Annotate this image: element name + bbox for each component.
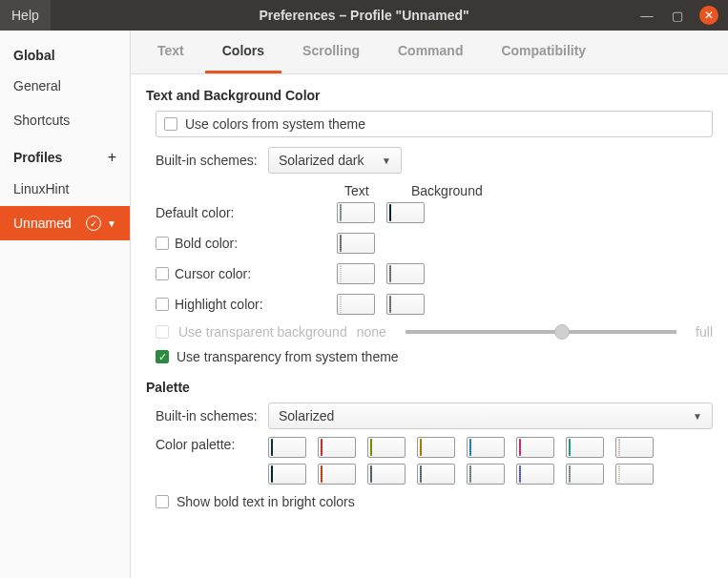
palette-swatch[interactable] (566, 437, 604, 458)
main-pane: Text Colors Scrolling Command Compatibil… (131, 31, 728, 578)
transparent-bg-label: Use transparent background (178, 324, 347, 340)
minimize-button[interactable]: — (638, 7, 655, 24)
profiles-label: Profiles (13, 150, 62, 165)
chevron-down-icon: ▼ (382, 155, 391, 166)
tab-text[interactable]: Text (140, 31, 201, 73)
tab-compatibility[interactable]: Compatibility (484, 31, 603, 73)
highlight-color-label: Highlight color: (175, 297, 263, 312)
use-trans-system-label: Use transparency from system theme (177, 349, 399, 364)
highlight-bg-swatch[interactable] (386, 294, 425, 315)
palette-swatch[interactable] (268, 464, 306, 485)
add-profile-icon[interactable]: + (108, 149, 116, 166)
default-color-label: Default color: (146, 205, 337, 220)
slider-none-label: none (357, 324, 386, 340)
sidebar-item-unnamed[interactable]: Unnamed ✓ ▼ (0, 206, 130, 240)
palette-swatch[interactable] (417, 464, 455, 485)
cursor-color-checkbox[interactable] (156, 267, 169, 280)
palette-swatch[interactable] (367, 464, 406, 485)
palette-row-2 (268, 464, 659, 485)
help-menu[interactable]: Help (0, 0, 51, 31)
sidebar-global-header: Global (0, 36, 130, 69)
palette-builtin-value: Solarized (279, 408, 334, 423)
highlight-text-swatch[interactable] (337, 294, 375, 315)
bold-swatch[interactable] (337, 233, 375, 254)
tabs: Text Colors Scrolling Command Compatibil… (131, 31, 728, 74)
use-system-colors-label: Use colors from system theme (185, 116, 365, 132)
tab-scrolling[interactable]: Scrolling (285, 31, 377, 73)
palette-row-1 (268, 437, 659, 458)
tab-colors[interactable]: Colors (205, 31, 281, 73)
palette-swatch[interactable] (615, 437, 654, 458)
column-background: Background (411, 183, 459, 198)
show-bold-bright-checkbox[interactable] (156, 495, 169, 508)
palette-builtin-label: Built-in schemes: (146, 408, 259, 423)
palette-swatch[interactable] (318, 437, 356, 458)
slider-full-label: full (696, 324, 713, 340)
sidebar-item-general[interactable]: General (0, 69, 130, 103)
palette-swatch[interactable] (268, 437, 306, 458)
sidebar-item-linuxhint[interactable]: LinuxHint (0, 172, 130, 206)
window-title: Preferences – Profile "Unnamed" (259, 8, 468, 23)
column-text: Text (344, 183, 392, 198)
section-text-bg: Text and Background Color (146, 88, 713, 103)
cursor-color-label: Cursor color: (175, 266, 251, 281)
use-system-colors-checkbox[interactable] (164, 117, 177, 131)
palette-swatch[interactable] (516, 437, 554, 458)
default-text-swatch[interactable] (337, 202, 375, 223)
use-trans-system-checkbox[interactable]: ✓ (156, 350, 169, 363)
palette-swatch[interactable] (367, 437, 406, 458)
palette-swatch[interactable] (467, 464, 505, 485)
palette-swatch[interactable] (615, 464, 654, 485)
active-profile-icon: ✓ (86, 216, 101, 231)
transparent-bg-checkbox (156, 325, 169, 339)
palette-swatch[interactable] (566, 464, 604, 485)
sidebar: Global General Shortcuts Profiles + Linu… (0, 31, 131, 578)
sidebar-item-label: Unnamed (13, 216, 72, 231)
cursor-text-swatch[interactable] (337, 263, 375, 284)
highlight-color-checkbox[interactable] (156, 298, 169, 311)
palette-swatch[interactable] (318, 464, 356, 485)
palette-swatch[interactable] (417, 437, 455, 458)
profile-menu-caret-icon[interactable]: ▼ (107, 218, 116, 229)
sidebar-profiles-header: Profiles + (0, 137, 130, 172)
palette-swatch[interactable] (467, 437, 505, 458)
builtin-schemes-value: Solarized dark (279, 153, 364, 168)
cursor-bg-swatch[interactable] (386, 263, 425, 284)
palette-builtin-dropdown[interactable]: Solarized ▼ (268, 403, 713, 429)
maximize-button[interactable]: ▢ (669, 7, 686, 24)
color-palette-label: Color palette: (146, 437, 259, 452)
builtin-schemes-label: Built-in schemes: (146, 153, 259, 168)
builtin-schemes-dropdown[interactable]: Solarized dark ▼ (268, 147, 402, 174)
tab-command[interactable]: Command (381, 31, 480, 73)
title-bar: Help Preferences – Profile "Unnamed" — ▢… (0, 0, 728, 31)
sidebar-item-shortcuts[interactable]: Shortcuts (0, 103, 130, 137)
section-palette: Palette (146, 380, 713, 395)
palette-swatch[interactable] (516, 464, 554, 485)
close-button[interactable]: ✕ (699, 6, 718, 25)
bold-color-label: Bold color: (175, 236, 238, 251)
show-bold-bright-label: Show bold text in bright colors (177, 494, 355, 509)
bold-color-checkbox[interactable] (156, 237, 169, 250)
slider-thumb (554, 324, 570, 340)
chevron-down-icon: ▼ (693, 411, 702, 422)
default-bg-swatch[interactable] (386, 202, 425, 223)
transparency-slider (406, 330, 676, 334)
